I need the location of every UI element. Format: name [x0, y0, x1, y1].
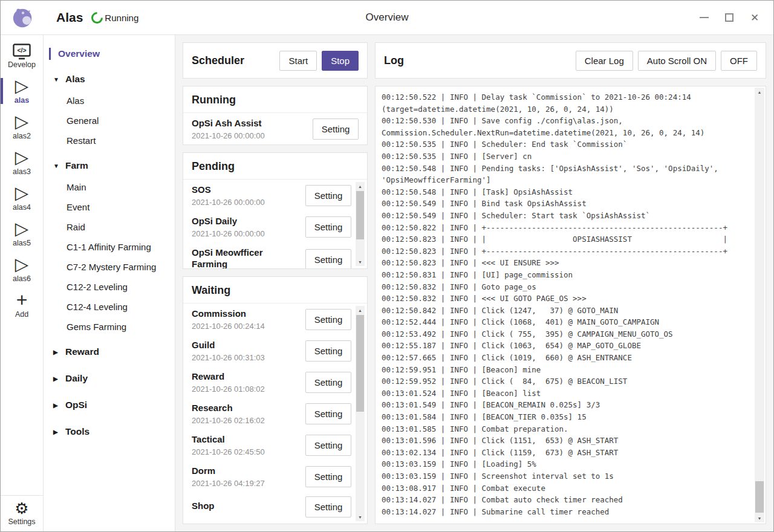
chevron-icon: ▶ [53, 375, 60, 382]
task-setting-button[interactable]: Setting [305, 249, 351, 269]
nav-item[interactable]: Gems Farming [44, 317, 175, 337]
running-card: Running OpSi Ash Assist 2021-10-26 00:00… [183, 86, 368, 145]
rail-item-alas3[interactable]: ▷ alas3 [1, 144, 43, 180]
log-line: 00:12:50.823 | INFO | | OPSIASHASSIST | [382, 233, 749, 245]
log-column: Log Clear Log Auto Scroll ON OFF 00:12:5… [375, 42, 766, 524]
autoscroll-off-button[interactable]: OFF [721, 51, 757, 71]
log-line: 00:12:50.549 | INFO | Bind task OpsiAshA… [382, 198, 749, 210]
task-row: Reward 2021-10-26 01:08:02 Setting [183, 366, 351, 398]
waiting-scrollbar[interactable]: ▲ ▼ [356, 306, 365, 521]
task-setting-button[interactable]: Setting [305, 466, 351, 487]
log-line: 00:12:57.665 | INFO | Click (1019, 660) … [382, 352, 749, 364]
log-scrollbar[interactable]: ▲ ▼ [755, 88, 764, 522]
rail-item-alas[interactable]: ▷ alas [1, 73, 43, 109]
rail-item-alas4[interactable]: ▷ alas4 [1, 180, 43, 216]
log-line: 00:12:50.822 | INFO | +-----------------… [382, 222, 749, 234]
task-time: 2021-10-26 02:45:50 [192, 447, 281, 456]
nav-group-header[interactable]: ▶ Reward [44, 340, 175, 363]
log-line: 00:12:53.492 | INFO | Click ( 755, 395) … [382, 328, 749, 340]
task-setting-button[interactable]: Setting [305, 435, 351, 456]
log-line: 00:13:02.134 | INFO | Click (1159, 673) … [382, 447, 749, 459]
nav-item[interactable]: Event [44, 197, 175, 217]
log-line: 00:12:50.535 | INFO | [Server] cn [382, 151, 749, 163]
log-line: 00:13:01.585 | INFO | Combat preparation… [382, 423, 749, 435]
nav-group-header[interactable]: ▶ Tools [44, 420, 175, 443]
task-row: Shop Setting [183, 492, 351, 522]
nav-group-label: OpSi [65, 400, 87, 410]
pending-title: Pending [183, 153, 367, 180]
nav-item-overview[interactable]: Overview [44, 44, 175, 64]
task-setting-button[interactable]: Setting [305, 309, 351, 330]
nav-item[interactable]: Raid [44, 217, 175, 237]
instance-rail: </> Develop ▷ alas ▷ alas2 ▷ alas3 ▷ ala… [1, 35, 44, 531]
task-row: Dorm 2021-10-26 04:19:27 Setting [183, 461, 351, 492]
log-line: 00:12:50.831 | INFO | [UI] page_commissi… [382, 269, 749, 281]
rail-item-alas2[interactable]: ▷ alas2 [1, 109, 43, 144]
task-time: 2021-10-26 00:00:00 [192, 198, 281, 207]
scroll-thumb[interactable] [356, 315, 364, 412]
nav-item[interactable]: Main [44, 177, 175, 197]
nav-item[interactable]: Alas [44, 91, 175, 111]
rail-item-settings[interactable]: ⚙ Settings [1, 495, 43, 531]
nav-item[interactable]: C12-2 Leveling [44, 277, 175, 297]
nav-group-header[interactable]: ▼ Alas [44, 68, 175, 91]
nav-item[interactable]: C12-4 Leveling [44, 297, 175, 317]
titlebar: Alas Running Overview ✕ [1, 1, 773, 35]
nav-group-header[interactable]: ▶ OpSi [44, 394, 175, 417]
log-line: 00:13:01.596 | INFO | Click (1151, 653) … [382, 435, 749, 447]
nav-group-header[interactable]: ▼ Farm [44, 154, 175, 177]
task-time: 2021-10-26 00:00:00 [192, 229, 281, 238]
task-setting-button[interactable]: Setting [313, 118, 359, 140]
clear-log-button[interactable]: Clear Log [576, 51, 633, 71]
scroll-down-icon[interactable]: ▼ [356, 513, 365, 521]
task-setting-button[interactable]: Setting [305, 216, 351, 238]
task-setting-button[interactable]: Setting [305, 340, 351, 362]
log-line: 00:12:50.832 | INFO | Goto page_os [382, 281, 749, 293]
plus-icon: + [16, 291, 28, 310]
scroll-down-icon[interactable]: ▼ [755, 514, 764, 522]
svg-text:</>: </> [17, 47, 26, 54]
log-line: 00:12:50.832 | INFO | <<< UI GOTO PAGE_O… [382, 293, 749, 305]
rail-item-alas5[interactable]: ▷ alas5 [1, 216, 43, 251]
maximize-button[interactable] [724, 12, 735, 23]
task-setting-button[interactable]: Setting [305, 185, 351, 206]
scheduler-title: Scheduler [192, 54, 244, 67]
task-name: OpSi Daily [192, 215, 281, 227]
log-line: 00:12:50.823 | INFO | <<< UI ENSURE >>> [382, 257, 749, 269]
task-time: 2021-10-26 00:31:03 [192, 353, 281, 362]
nav-item[interactable]: General [44, 111, 175, 131]
scroll-up-icon[interactable]: ▲ [755, 88, 764, 96]
log-output: 00:12:50.522 | INFO | Delay task `Commis… [375, 86, 766, 524]
nav-item[interactable]: Restart [44, 131, 175, 151]
chevron-icon: ▶ [53, 429, 60, 435]
play-icon: ▷ [15, 255, 28, 274]
nav-item[interactable]: C7-2 Mystery Farming [44, 257, 175, 277]
log-line: 00:12:59.951 | INFO | [Beacon] mine [382, 364, 749, 376]
start-button[interactable]: Start [279, 51, 317, 71]
scroll-up-icon[interactable]: ▲ [356, 182, 365, 190]
minimize-button[interactable] [698, 12, 709, 23]
task-setting-button[interactable]: Setting [305, 496, 351, 517]
scheduler-header-card: Scheduler Start Stop [183, 42, 368, 79]
rail-item-label: alas4 [13, 203, 31, 212]
pending-scrollbar[interactable]: ▲ ▼ [356, 182, 365, 266]
play-icon: ▷ [15, 184, 28, 203]
task-name: OpSi Meowfficer Farming [192, 247, 281, 268]
stop-button[interactable]: Stop [322, 51, 359, 71]
scroll-thumb[interactable] [356, 191, 364, 239]
scroll-up-icon[interactable]: ▲ [356, 306, 365, 314]
scroll-thumb[interactable] [755, 481, 764, 513]
rail-item-alas6[interactable]: ▷ alas6 [1, 251, 43, 287]
rail-item-develop[interactable]: </> Develop [1, 40, 43, 73]
rail-item-add[interactable]: + Add [1, 287, 43, 323]
nav-item[interactable]: C1-1 Affinity Farming [44, 237, 175, 257]
autoscroll-on-button[interactable]: Auto Scroll ON [638, 51, 716, 71]
scroll-down-icon[interactable]: ▼ [356, 258, 365, 266]
rail-item-label: alas3 [13, 167, 31, 176]
task-setting-button[interactable]: Setting [305, 403, 351, 424]
log-line: 'OpsiMeowfficerFarming'] [382, 174, 749, 186]
nav-group-header[interactable]: ▶ Daily [44, 367, 175, 390]
task-setting-button[interactable]: Setting [305, 372, 351, 393]
close-button[interactable]: ✕ [749, 12, 760, 23]
log-line: 00:12:52.444 | INFO | Click (1068, 401) … [382, 316, 749, 328]
